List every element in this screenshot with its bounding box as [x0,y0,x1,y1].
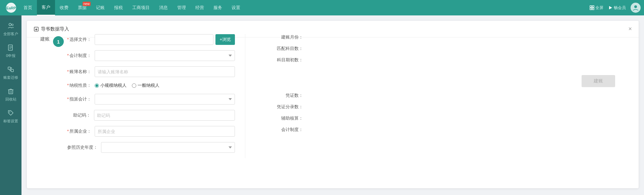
match-subject-row: 匹配科目数： [276,46,625,52]
vertical-divider [245,34,245,158]
accounting-system-row: *会计制度： [67,50,235,61]
browse-button[interactable]: +浏览 [215,34,235,45]
nav-operation[interactable]: 经营 [191,0,209,15]
history-year-label: 参照历史年度： [67,144,101,150]
nav-right: 全屏 畅会员 [590,3,641,13]
main-layout: 全部客户 0申报 账套迁移 [0,15,644,195]
nav-account[interactable]: 记账 [91,0,109,15]
svg-marker-6 [609,6,612,9]
memo-label: 助记码： [67,112,94,118]
sidebar-item-recycle[interactable]: 回收站 [0,84,21,105]
file-input[interactable] [95,34,213,45]
accounting-system-label: *会计制度： [67,53,95,59]
svg-rect-11 [8,67,10,69]
nav-settings[interactable]: 设置 [227,0,245,15]
ledger-name-input[interactable] [95,66,235,77]
svg-rect-4 [590,8,592,10]
memo-input[interactable] [94,110,235,121]
fullscreen-btn[interactable]: 全屏 [590,5,603,11]
step-display: 建账1 [40,34,64,158]
svg-rect-12 [11,69,13,72]
tax-general-radio-label[interactable]: 一般纳税人 [132,82,159,88]
accountant-label: *指派会计： [67,96,95,102]
content-area: 导爷数据导入 × 建账 1 [21,15,644,195]
sidebar-item-all-customers[interactable]: 全部客户 [0,19,21,39]
tax-type-row: *纳税性质： 小规模纳税人 一般纳税人 [67,82,235,88]
import-icon [34,26,39,32]
ledger-name-label: *账簿名称： [67,69,95,75]
voucher-entry-label: 凭证分录数： [276,104,306,110]
match-subject-label: 匹配科目数： [276,46,306,52]
nav-invoice[interactable]: 票据 new [73,0,91,15]
tax-type-label: *纳税性质： [67,82,95,88]
file-select-row: *选择文件： +浏览 [67,34,235,45]
ledger-name-row: *账簿名称： [67,66,235,77]
initial-balance-row: 科目期初数： [276,57,625,63]
company-label: *所属企业： [67,128,95,134]
svg-point-14 [9,112,10,113]
tax-small-radio[interactable] [95,83,99,88]
form-area: 建账1 建账 1 *选择文件： [40,34,625,158]
file-row: +浏览 [95,34,235,45]
avatar[interactable] [631,3,641,13]
accounting-system-select[interactable] [95,50,235,61]
tax-small-radio-label[interactable]: 小规模纳税人 [95,82,127,88]
nav-industry[interactable]: 工商项目 [128,0,154,15]
form-right: 建账月份： 匹配科目数： 科目期初数： 建账 [255,34,625,158]
accountant-row: *指派会计： [67,94,235,105]
accountant-select[interactable] [95,94,235,105]
nav-fee[interactable]: 收费 [55,0,73,15]
dialog-body: 建账 1 建账1 建账 1 [27,38,639,168]
sidebar: 全部客户 0申报 账套迁移 [0,15,21,195]
svg-rect-5 [592,8,594,10]
sidebar-item-tag-settings[interactable]: 标签设置 [0,106,21,126]
history-year-select[interactable] [101,142,235,153]
svg-rect-2 [590,6,592,7]
voucher-count-label: 凭证数： [276,92,306,99]
svg-point-8 [9,23,11,26]
voucher-entry-row: 凭证分录数： [276,104,625,110]
play-icon [608,5,613,10]
app-logo[interactable]: EaRP [3,0,19,15]
file-label: *选择文件： [67,37,95,43]
memo-row: 助记码： [67,110,235,121]
build-button[interactable]: 建账 [582,75,615,87]
top-navigation: EaRP 首页 客户 收费 票据 new 记账 报税 工商项目 消息 管理 经营… [0,0,644,15]
initial-balance-label: 科目期初数： [276,57,306,63]
vip-btn[interactable]: 畅会员 [608,5,626,11]
users-icon [6,21,15,30]
nav-manage[interactable]: 管理 [172,0,191,15]
tax-type-radio-group: 小规模纳税人 一般纳税人 [95,82,235,88]
company-row: *所属企业： [67,126,235,137]
form-left: *选择文件： +浏览 *会计制度： [67,34,235,158]
exchange-icon [6,65,15,74]
build-month-label: 建账月份： [276,34,306,40]
right-accounting-system-row: 会计制度： [276,127,625,133]
fullscreen-icon [590,5,594,10]
nav-tax[interactable]: 报税 [109,0,128,15]
build-month-row: 建账月份： [276,34,625,40]
svg-point-9 [12,24,13,26]
tag-icon [6,109,15,117]
nav-items: 首页 客户 收费 票据 new 记账 报税 工商项目 消息 管理 经营 服务 设… [19,0,590,15]
nav-service[interactable]: 服务 [209,0,227,15]
user-avatar-icon [633,5,639,11]
dialog-title-text: 导爷数据导入 [41,26,69,32]
aux-accounting-row: 辅助核算： [276,115,625,121]
nav-message[interactable]: 消息 [154,0,172,15]
dialog-title: 导爷数据导入 [34,26,69,32]
nav-customer[interactable]: 客户 [37,0,55,15]
new-badge: new [83,2,91,6]
svg-text:EaRP: EaRP [6,6,16,10]
sidebar-item-account-migration[interactable]: 账套迁移 [0,62,21,83]
tax-general-radio[interactable] [132,83,136,88]
dialog-close-button[interactable]: × [628,25,632,32]
dialog-panel: 导爷数据导入 × 建账 1 [27,21,639,188]
build-btn-area: 建账 [276,68,625,87]
company-input[interactable] [95,126,235,137]
voucher-count-row: 凭证数： [276,92,625,99]
nav-home[interactable]: 首页 [19,0,37,15]
sidebar-item-filing[interactable]: 0申报 [0,41,21,61]
aux-accounting-label: 辅助核算： [276,115,306,121]
trash-icon [6,87,15,95]
